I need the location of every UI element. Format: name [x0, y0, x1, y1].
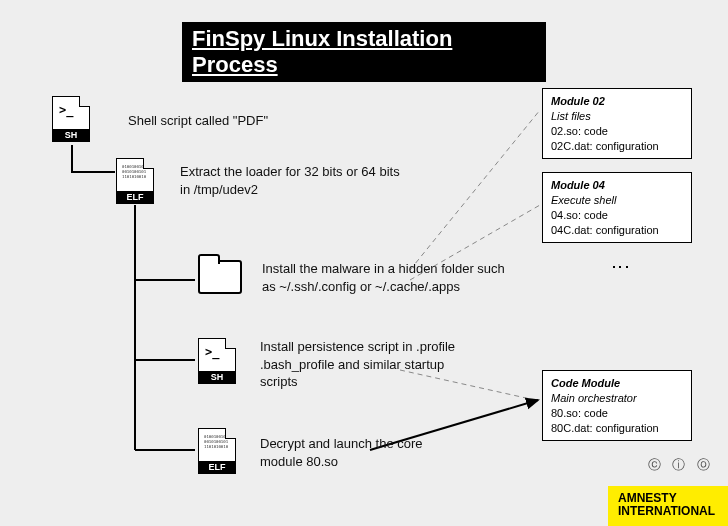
module-line: 02.so: code	[551, 124, 683, 139]
step-2: 010010010100101001011101010010 ELF	[116, 158, 154, 204]
module-line: 80C.dat: configuration	[551, 421, 683, 436]
file-type-label: SH	[53, 129, 89, 141]
step-1-text: Shell script called "PDF"	[128, 112, 368, 130]
amnesty-text-1: AMNESTY	[618, 491, 677, 505]
module-title: Module 02	[551, 94, 683, 109]
step-3-text: Install the malware in a hidden folder s…	[262, 260, 522, 295]
module-title: Code Module	[551, 376, 683, 391]
shell-file-icon: >_ SH	[198, 338, 236, 384]
folder-icon	[198, 260, 242, 294]
module-desc: Main orchestrator	[551, 391, 683, 406]
binary-glyph-icon: 010010010100101001011101010010	[122, 164, 148, 179]
elf-file-icon: 010010010100101001011101010010 ELF	[198, 428, 236, 474]
step-2-text: Extract the loader for 32 bits or 64 bit…	[180, 163, 410, 198]
cc-license-icon: ⓒ ⓘ ⓞ	[648, 456, 714, 474]
module-desc: List files	[551, 109, 683, 124]
module-line: 02C.dat: configuration	[551, 139, 683, 154]
step-1: >_ SH	[52, 96, 90, 142]
module-line: 04C.dat: configuration	[551, 223, 683, 238]
module-line: 80.so: code	[551, 406, 683, 421]
shell-file-icon: >_ SH	[52, 96, 90, 142]
module-box-code: Code Module Main orchestrator 80.so: cod…	[542, 370, 692, 441]
amnesty-logo: AMNESTY INTERNATIONAL	[608, 486, 728, 526]
amnesty-text-2: INTERNATIONAL	[618, 504, 715, 518]
module-title: Module 04	[551, 178, 683, 193]
terminal-glyph-icon: >_	[205, 345, 219, 359]
terminal-glyph-icon: >_	[59, 103, 73, 117]
module-box-04: Module 04 Execute shell 04.so: code 04C.…	[542, 172, 692, 243]
step-5-text: Decrypt and launch the core module 80.so	[260, 435, 450, 470]
step-5: 010010010100101001011101010010 ELF	[198, 428, 236, 474]
ellipsis-icon: ⋮	[610, 258, 632, 278]
module-box-02: Module 02 List files 02.so: code 02C.dat…	[542, 88, 692, 159]
file-type-label: SH	[199, 371, 235, 383]
file-type-label: ELF	[117, 191, 153, 203]
step-3	[198, 260, 242, 294]
module-line: 04.so: code	[551, 208, 683, 223]
page-title: FinSpy Linux Installation Process	[182, 22, 546, 82]
elf-file-icon: 010010010100101001011101010010 ELF	[116, 158, 154, 204]
binary-glyph-icon: 010010010100101001011101010010	[204, 434, 230, 449]
module-desc: Execute shell	[551, 193, 683, 208]
step-4: >_ SH	[198, 338, 236, 384]
step-4-text: Install persistence script in .profile .…	[260, 338, 480, 391]
file-type-label: ELF	[199, 461, 235, 473]
